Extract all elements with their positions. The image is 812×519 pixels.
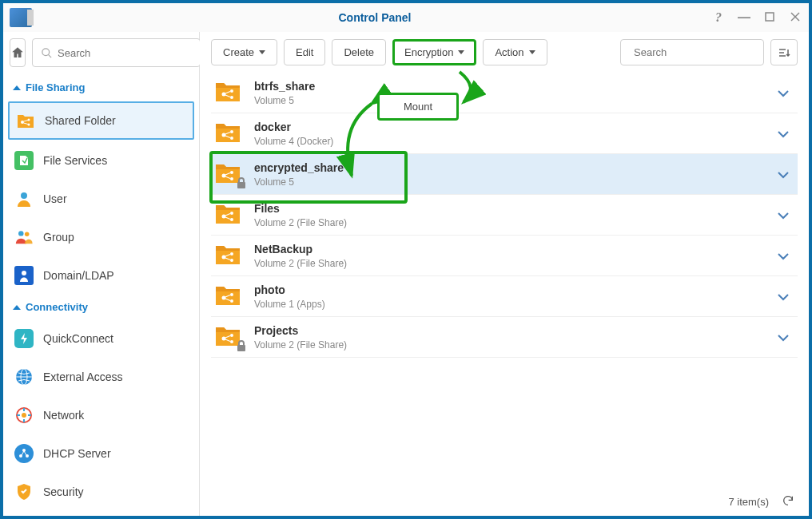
chevron-down-icon[interactable]: [777, 125, 790, 142]
svg-point-38: [230, 171, 233, 174]
section-label: File Sharing: [26, 81, 85, 93]
window-title: Control Panel: [38, 11, 711, 24]
chevron-down-icon[interactable]: [777, 85, 790, 101]
svg-point-39: [230, 177, 233, 180]
app-icon: [10, 8, 32, 27]
encryption-dropdown: Mount: [377, 93, 459, 121]
group-icon: [14, 228, 34, 247]
folder-row[interactable]: ProjectsVolume 2 (File Share): [211, 317, 798, 358]
svg-point-34: [230, 137, 233, 140]
chevron-down-icon[interactable]: [777, 248, 790, 264]
home-button[interactable]: [10, 38, 26, 67]
svg-line-4: [48, 54, 51, 57]
lock-icon: [235, 176, 248, 189]
svg-point-44: [230, 212, 233, 215]
sidebar-item-group[interactable]: Group: [3, 218, 199, 256]
chevron-down-icon[interactable]: [777, 207, 790, 224]
section-label: Connectivity: [26, 301, 88, 313]
shared-folder-icon: [214, 242, 245, 269]
security-icon: [14, 482, 34, 501]
folder-row[interactable]: FilesVolume 2 (File Share): [211, 195, 798, 236]
domain-ldap-icon: [14, 266, 34, 285]
sidebar-item-shared-folder[interactable]: Shared Folder: [8, 101, 194, 140]
sidebar-item-label: Group: [43, 231, 74, 244]
delete-button[interactable]: Delete: [332, 39, 386, 65]
toolbar-search[interactable]: [620, 39, 764, 65]
svg-point-6: [28, 119, 30, 121]
svg-rect-63: [237, 345, 245, 351]
svg-point-50: [230, 259, 233, 262]
folder-row[interactable]: btrfs_shareVolume 5: [211, 73, 798, 113]
sidebar-item-label: Domain/LDAP: [43, 269, 114, 282]
folder-name: Files: [254, 202, 777, 215]
sidebar-item-dhcp-server[interactable]: DHCP Server: [3, 434, 199, 473]
encryption-button[interactable]: Encryption: [392, 39, 476, 65]
svg-point-27: [222, 93, 226, 97]
sidebar-item-label: QuickConnect: [43, 332, 113, 345]
file-services-icon: [14, 151, 34, 170]
svg-point-10: [21, 192, 27, 199]
refresh-icon: [782, 494, 794, 507]
svg-point-37: [222, 174, 226, 178]
svg-point-48: [222, 256, 226, 260]
folder-name: photo: [254, 283, 777, 296]
folder-volume: Volume 4 (Docker): [254, 136, 777, 147]
svg-point-33: [230, 130, 233, 133]
svg-point-28: [230, 89, 233, 93]
sidebar-search[interactable]: [32, 38, 201, 67]
content-area: Create Edit Delete Encryption Action: [200, 32, 809, 516]
sidebar-item-label: External Access: [43, 370, 123, 383]
mount-menu-item[interactable]: Mount: [380, 95, 456, 118]
shared-folder-icon: [214, 79, 245, 106]
section-file-sharing[interactable]: File Sharing: [3, 75, 199, 100]
refresh-button[interactable]: [782, 494, 794, 509]
sidebar-item-domain-ldap[interactable]: Domain/LDAP: [3, 256, 199, 295]
chevron-down-icon[interactable]: [777, 166, 790, 183]
svg-point-12: [25, 232, 30, 237]
sidebar-item-user[interactable]: User: [3, 180, 199, 218]
lock-icon: [235, 339, 248, 352]
sidebar-item-external-access[interactable]: External Access: [3, 358, 199, 396]
minimize-icon[interactable]: —: [737, 10, 751, 25]
sort-icon: [778, 47, 790, 58]
svg-point-3: [42, 48, 50, 55]
sidebar-item-security[interactable]: Security: [3, 473, 199, 511]
svg-point-60: [230, 340, 233, 343]
dhcp-server-icon: [14, 444, 34, 463]
sidebar-search-input[interactable]: [58, 47, 192, 59]
caret-down-icon: [259, 50, 265, 54]
svg-point-58: [222, 337, 226, 341]
section-connectivity[interactable]: Connectivity: [3, 295, 199, 319]
folder-volume: Volume 5: [254, 95, 777, 106]
folder-list: btrfs_shareVolume 5dockerVolume 4 (Docke…: [200, 73, 809, 487]
svg-point-43: [222, 215, 226, 219]
sidebar-item-file-services[interactable]: File Services: [3, 141, 199, 180]
shared-folder-icon: [214, 323, 245, 351]
quickconnect-icon: [14, 329, 34, 348]
svg-point-49: [230, 252, 233, 256]
chevron-down-icon[interactable]: [777, 288, 790, 305]
maximize-icon[interactable]: [762, 10, 777, 25]
sidebar-item-label: File Services: [43, 154, 107, 167]
close-icon[interactable]: [788, 10, 802, 25]
svg-point-18: [22, 413, 26, 418]
help-icon[interactable]: ?: [711, 10, 726, 25]
folder-row[interactable]: encrypted_shareVolume 5: [211, 154, 798, 195]
action-button[interactable]: Action: [483, 39, 547, 65]
house-icon: [10, 46, 25, 60]
chevron-down-icon[interactable]: [777, 329, 790, 346]
folder-row[interactable]: NetBackupVolume 2 (File Share): [211, 236, 798, 276]
svg-point-45: [230, 218, 233, 221]
sidebar-item-quickconnect[interactable]: QuickConnect: [3, 319, 199, 358]
sort-button[interactable]: [770, 39, 798, 65]
folder-row[interactable]: dockerVolume 4 (Docker): [211, 113, 798, 154]
toolbar-search-input[interactable]: [634, 46, 768, 58]
create-button[interactable]: Create: [211, 39, 277, 65]
folder-volume: Volume 2 (File Share): [254, 258, 777, 269]
edit-button[interactable]: Edit: [284, 39, 325, 65]
folder-row[interactable]: photoVolume 1 (Apps): [211, 276, 798, 317]
caret-down-icon: [529, 50, 535, 54]
folder-name: encrypted_share: [254, 161, 777, 174]
sidebar-item-network[interactable]: Network: [3, 396, 199, 434]
folder-name: btrfs_share: [254, 80, 777, 93]
